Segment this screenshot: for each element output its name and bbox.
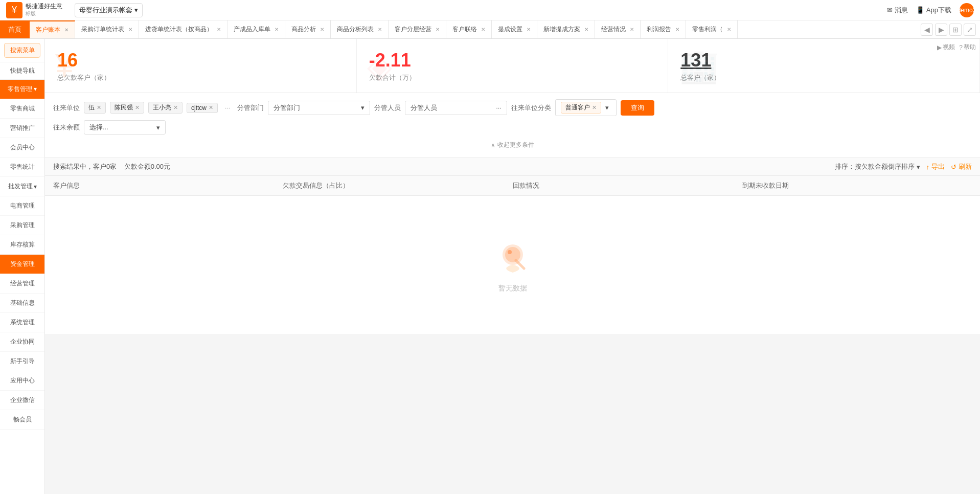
filter-tag-wu-close[interactable]: ✕ [97, 104, 101, 111]
tab-close-icon[interactable]: ✕ [128, 27, 132, 32]
tab-commission-setting[interactable]: 提成设置 ✕ [492, 20, 537, 39]
stats-row: ¥ 16 总欠款客户（家） ◈ -2.11 欠款合计（万） 🏢 131 总客户（… [45, 39, 980, 93]
tab-profit-report[interactable]: 利润报告 ✕ [641, 20, 686, 39]
tab-close-icon[interactable]: ✕ [527, 27, 531, 32]
refresh-btn[interactable]: ↺ 刷新 [951, 162, 972, 171]
sidebar: 搜索菜单 快捷导航 零售管理 ▾ 零售商城 营销推广 会员中心 零售统计 批发管… [0, 39, 45, 494]
help-icon: ? [959, 44, 963, 51]
filter-balance-placeholder: 选择... [89, 123, 108, 132]
filter-tag-wang-close[interactable]: ✕ [173, 104, 178, 111]
help-btn[interactable]: ? 帮助 [959, 43, 976, 52]
tab-inbound-stat[interactable]: 进货单统计表（按商品） ✕ [139, 20, 227, 39]
filter-tag-chen-close[interactable]: ✕ [135, 104, 140, 111]
tab-close-icon[interactable]: ✕ [217, 27, 221, 32]
tab-next-btn[interactable]: ▶ [935, 24, 947, 36]
filter-dept-select[interactable]: 分管部门 ▾ [268, 101, 370, 115]
sidebar-item-finance[interactable]: 资金管理 [0, 255, 44, 274]
sidebar-item-app-center[interactable]: 应用中心 [0, 371, 44, 391]
message-action[interactable]: ✉ 消息 [887, 6, 908, 15]
tab-customer-contact[interactable]: 客户联络 ✕ [446, 20, 492, 39]
tab-purchase-order[interactable]: 采购订单统计表 ✕ [75, 20, 139, 39]
tab-prev-btn[interactable]: ◀ [921, 24, 933, 36]
tab-fullscreen-btn[interactable]: ⤢ [964, 24, 976, 36]
query-button[interactable]: 查询 [621, 100, 654, 116]
sidebar-item-enterprise[interactable]: 企业协同 [0, 332, 44, 352]
video-btn[interactable]: ▶ 视频 [937, 43, 955, 52]
table-col-date: 到期未收款日期 [742, 181, 972, 190]
filter-tag-cjttcw-close[interactable]: ✕ [209, 104, 213, 111]
message-icon: ✉ [887, 6, 893, 14]
logo-text: 畅捷通好生意 [26, 3, 62, 10]
result-sort[interactable]: 排序：按欠款金额倒序排序 ▾ [835, 162, 920, 171]
empty-state: 暂无数据 [45, 196, 980, 334]
filter-person-label: 分管人员 [374, 103, 401, 113]
filter-unit-type-close[interactable]: ✕ [592, 104, 597, 111]
tab-new-commission[interactable]: 新增提成方案 ✕ [537, 20, 595, 39]
sidebar-item-guide[interactable]: 新手引导 [0, 352, 44, 371]
sidebar-item-vip[interactable]: 畅会员 [0, 410, 44, 430]
sidebar-item-operation[interactable]: 经营管理 [0, 274, 44, 294]
sidebar-item-basic-info[interactable]: 基础信息 [0, 294, 44, 313]
filter-unit-type-select[interactable]: 普通客户 ✕ ▾ [555, 99, 617, 116]
tab-close-icon[interactable]: ✕ [675, 27, 679, 32]
tab-close-icon[interactable]: ✕ [630, 27, 634, 32]
filter-dept-label: 分管部门 [237, 103, 264, 113]
svg-point-2 [508, 250, 512, 254]
tab-product-analysis-list[interactable]: 商品分析列表 ✕ [331, 20, 389, 39]
sidebar-item-ecommerce[interactable]: 电商管理 [0, 196, 44, 216]
tab-close-icon[interactable]: ✕ [275, 27, 279, 32]
sidebar-item-app-center-label: 应用中心 [10, 377, 35, 384]
app-download-action[interactable]: 📱 App下载 [916, 6, 951, 15]
stat-help-area: ▶ 视频 ? 帮助 [937, 43, 976, 52]
export-btn[interactable]: ↑ 导出 [926, 162, 945, 171]
sidebar-item-member[interactable]: 会员中心 [0, 138, 44, 158]
sidebar-item-system-label: 系统管理 [10, 319, 35, 326]
sidebar-item-retail-mall[interactable]: 零售商城 [0, 99, 44, 119]
sidebar-item-marketing[interactable]: 营销推广 [0, 119, 44, 138]
filter-balance-chevron: ▾ [156, 124, 160, 131]
sidebar-item-inventory[interactable]: 库存核算 [0, 235, 44, 255]
filter-tag-chen: 陈民强 ✕ [110, 102, 144, 114]
tab-home[interactable]: 首页 [0, 20, 30, 39]
sidebar-item-purchase[interactable]: 采购管理 [0, 216, 44, 235]
tab-customer-ledger[interactable]: 客户账本 ✕ [30, 20, 75, 39]
stat-customers: ¥ 16 总欠款客户（家） [45, 39, 357, 93]
filter-person-select[interactable]: 分管人员 ··· [405, 101, 507, 115]
result-sort-label: 排序：按欠款金额倒序排序 [835, 162, 915, 171]
collapse-btn[interactable]: ∧ 收起更多条件 [485, 139, 540, 151]
sidebar-item-retail[interactable]: 零售管理 ▾ [0, 80, 44, 99]
tab-customer-layer[interactable]: 客户分层经营 ✕ [389, 20, 446, 39]
tab-close-icon[interactable]: ✕ [64, 27, 69, 33]
tab-product-analysis[interactable]: 商品分析 ✕ [285, 20, 331, 39]
message-label: 消息 [895, 6, 908, 15]
result-info: 搜索结果中，客户0家 欠款金额0.00元 [53, 162, 170, 171]
sidebar-item-enterprise-wechat[interactable]: 企业微信 [0, 391, 44, 410]
tab-expand-btn[interactable]: ⊞ [949, 24, 962, 36]
tab-close-icon[interactable]: ✕ [584, 27, 588, 32]
tab-close-icon[interactable]: ✕ [481, 27, 485, 32]
sidebar-quick-nav[interactable]: 快捷导航 [0, 62, 44, 80]
tab-product-inbound-label: 产成品入库单 [234, 25, 270, 34]
table-col-customer: 客户信息 [53, 181, 283, 190]
sidebar-item-system[interactable]: 系统管理 [0, 313, 44, 332]
sidebar-item-retail-label: 零售管理 [8, 85, 32, 93]
result-sort-chevron: ▾ [917, 163, 920, 171]
tab-close-icon[interactable]: ✕ [378, 27, 382, 32]
tab-retail-profit[interactable]: 零售利润（ ✕ [686, 20, 738, 39]
table-container: 客户信息 欠款交易信息（占比） 回款情况 到期未收款日期 暂无数据 [45, 176, 980, 334]
tab-bar-actions: ◀ ▶ ⊞ ⤢ [917, 24, 980, 36]
tab-operation[interactable]: 经营情况 ✕ [595, 20, 641, 39]
tab-product-inbound[interactable]: 产成品入库单 ✕ [227, 20, 285, 39]
sidebar-item-retail-stats[interactable]: 零售统计 [0, 158, 44, 177]
sidebar-search-btn[interactable]: 搜索菜单 [4, 43, 40, 58]
tab-close-icon[interactable]: ✕ [727, 27, 731, 32]
filter-unit-type-chevron: ▾ [605, 104, 609, 111]
tab-close-icon[interactable]: ✕ [436, 27, 440, 32]
avatar[interactable]: demo2 [960, 3, 974, 17]
tab-close-icon[interactable]: ✕ [320, 27, 324, 32]
workspace-selector[interactable]: 母婴行业演示帐套 ▾ [75, 3, 143, 17]
sidebar-item-wholesale[interactable]: 批发管理 ▾ [0, 177, 44, 196]
filter-balance-select[interactable]: 选择... ▾ [84, 120, 166, 134]
filter-dept-chevron: ▾ [361, 104, 364, 111]
filter-more-btn[interactable]: ··· [222, 103, 233, 113]
